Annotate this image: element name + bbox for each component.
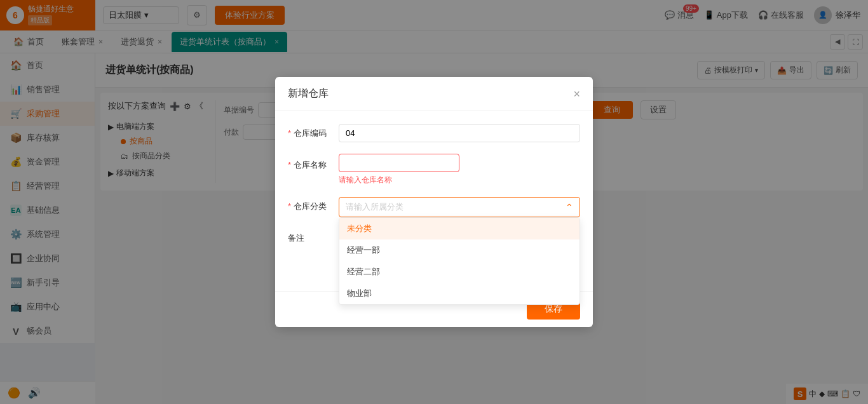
code-label-text: 仓库编码: [294, 128, 327, 138]
dropdown-option-unclassified[interactable]: 未分类: [339, 218, 580, 239]
name-label: * 仓库名称: [288, 156, 339, 171]
name-error-msg: 请输入仓库名称: [339, 175, 392, 184]
modal-overlay: 新增仓库 × * 仓库编码 * 仓库名称: [0, 0, 868, 404]
new-warehouse-modal: 新增仓库 × * 仓库编码 * 仓库名称: [275, 77, 593, 327]
code-required: *: [288, 128, 291, 138]
category-dropdown[interactable]: 请输入所属分类 ⌃: [339, 197, 580, 217]
code-input[interactable]: [339, 124, 580, 142]
note-label: 备注: [288, 229, 339, 244]
form-row-category: * 仓库分类 请输入所属分类 ⌃ 未分类 经营一部 经营二部 物业部: [288, 197, 580, 217]
form-row-code: * 仓库编码: [288, 124, 580, 142]
category-dropdown-arrow: ⌃: [566, 202, 573, 212]
name-required: *: [288, 160, 291, 170]
name-label-text: 仓库名称: [294, 160, 327, 170]
dropdown-option-dept1[interactable]: 经营一部: [339, 239, 580, 261]
name-input[interactable]: [339, 154, 459, 172]
dropdown-option-dept2[interactable]: 经营二部: [339, 261, 580, 283]
category-label-text: 仓库分类: [294, 201, 327, 211]
category-placeholder: 请输入所属分类: [346, 201, 403, 213]
form-row-name: * 仓库名称 请输入仓库名称: [288, 154, 580, 185]
category-dropdown-wrapper: 请输入所属分类 ⌃ 未分类 经营一部 经营二部 物业部: [339, 197, 580, 217]
category-dropdown-list: 未分类 经营一部 经营二部 物业部: [339, 217, 580, 305]
modal-body: * 仓库编码 * 仓库名称 请输入仓库名称: [275, 111, 593, 291]
category-label: * 仓库分类: [288, 197, 339, 212]
modal-close-button[interactable]: ×: [573, 88, 580, 100]
name-error-area: 请输入仓库名称: [339, 175, 392, 185]
modal-title: 新增仓库: [288, 87, 329, 100]
category-required: *: [288, 201, 291, 211]
dropdown-option-dept3[interactable]: 物业部: [339, 283, 580, 304]
modal-header: 新增仓库 ×: [275, 77, 593, 111]
code-label: * 仓库编码: [288, 124, 339, 139]
form-name-row: * 仓库名称: [288, 154, 459, 172]
